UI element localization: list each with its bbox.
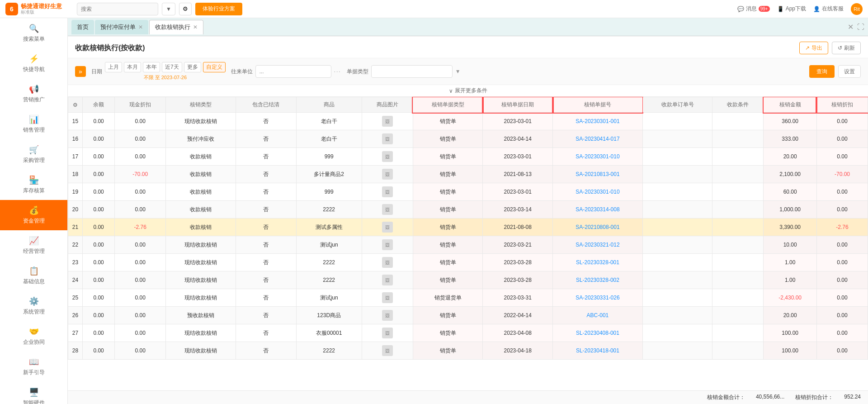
cell-cash-discount: 0.00 (115, 130, 166, 148)
cell-bill-type: 销货单 (413, 271, 483, 289)
tab-prepay[interactable]: 预付冲应付单 ✕ (95, 20, 148, 34)
bill-no-link[interactable]: SA-20210813-001 (576, 171, 619, 177)
bill-no-link[interactable]: SL-20230408-001 (576, 330, 619, 336)
sidebar-item-5[interactable]: 🏪库存核算 (0, 170, 67, 200)
expand-more-button[interactable]: ∨ 展开更多条件 (449, 87, 487, 95)
query-button[interactable]: 查询 (809, 65, 835, 78)
sidebar-item-2[interactable]: 📢营销推广 (0, 79, 67, 109)
tab-collection-close[interactable]: ✕ (193, 24, 198, 30)
cell-goods-img: 🖼 (362, 342, 413, 360)
cell-bill-no: SA-20230414-017 (553, 130, 643, 148)
cell-goods: 多计量商品2 (296, 166, 362, 183)
sidebar-item-10[interactable]: 🤝企业协同 (0, 321, 67, 352)
sidebar-icon-1: ⚡ (29, 54, 39, 64)
online-service-button[interactable]: 👤 在线客服 (813, 5, 844, 13)
bill-type-dropdown-icon[interactable]: ▼ (455, 68, 461, 75)
col-balance: 余额 (83, 97, 115, 113)
sidebar-item-4[interactable]: 🛒采购管理 (0, 139, 67, 170)
date-this-month[interactable]: 本月 (124, 62, 141, 72)
tab-maximize[interactable]: ⛶ (857, 23, 864, 31)
cell-bill-type: 销货单 (413, 183, 483, 201)
refresh-button[interactable]: ↺ 刷新 (832, 42, 861, 54)
date-custom[interactable]: 自定义 (203, 62, 226, 72)
cell-included: 否 (236, 307, 296, 324)
partner-input[interactable] (255, 65, 331, 78)
sidebar-item-3[interactable]: 📊销售管理 (0, 109, 67, 139)
bill-no-link[interactable]: SA-20230414-017 (576, 136, 619, 142)
cell-condition (712, 271, 764, 289)
bill-no-link[interactable]: SA-20230321-012 (576, 242, 619, 248)
cell-goods-img: 🖼 (362, 219, 413, 236)
solution-button[interactable]: 体验行业方案 (195, 3, 242, 15)
tab-collection[interactable]: 收款核销执行 ✕ (149, 20, 203, 34)
sidebar-item-6[interactable]: 💰资金管理 (0, 200, 67, 230)
sidebar-icon-7: 📈 (29, 236, 39, 246)
bill-no-link[interactable]: SA-20230301-010 (576, 153, 619, 160)
cell-discount: 0.00 (816, 324, 868, 342)
sidebar-item-0[interactable]: 🔍搜索菜单 (0, 18, 67, 48)
user-avatar[interactable]: Rit (851, 3, 863, 15)
bill-no-link[interactable]: SA-20230301-010 (576, 189, 619, 195)
message-button[interactable]: 💬 消息 99+ (737, 5, 770, 13)
export-button[interactable]: ↗ 导出 (799, 42, 828, 54)
settings-button[interactable]: 设置 (838, 65, 861, 78)
cell-order-no (642, 130, 712, 148)
date-7days[interactable]: 近7天 (162, 62, 182, 72)
cell-goods: 999 (296, 183, 362, 201)
tab-collection-label: 收款核销执行 (155, 23, 190, 31)
gear-button[interactable]: ⚙ (179, 3, 192, 15)
cell-balance: 0.00 (83, 324, 115, 342)
cell-order-no (642, 307, 712, 324)
dropdown-button[interactable]: ▼ (162, 3, 175, 15)
sidebar-item-9[interactable]: ⚙️系统管理 (0, 291, 67, 321)
cell-goods-img: 🖼 (362, 166, 413, 183)
sidebar-item-8[interactable]: 📋基础信息 (0, 261, 67, 291)
date-last-month[interactable]: 上月 (105, 62, 122, 72)
date-filter-group: 日期 上月 本月 本年 近7天 更多 自定义 不限 至 2023-07-26 (91, 62, 226, 81)
bill-no-link[interactable]: SL-20230328-001 (576, 259, 619, 266)
tab-prepay-label: 预付冲应付单 (100, 23, 136, 31)
cell-balance: 0.00 (83, 271, 115, 289)
tab-home[interactable]: 首页 (71, 20, 94, 34)
cell-balance: 0.00 (83, 342, 115, 360)
table-row: 20 0.00 0.00 收款核销 否 2222 🖼 销货单 2023-03-1… (68, 201, 868, 219)
bill-type-input[interactable] (371, 65, 453, 78)
sidebar-item-7[interactable]: 📈经营管理 (0, 230, 67, 261)
cell-id: 28 (68, 342, 83, 360)
filter-expand-button[interactable]: » (75, 66, 86, 77)
cell-balance: 0.00 (83, 307, 115, 324)
tab-prepay-close[interactable]: ✕ (138, 24, 143, 30)
app-edition: 标准版 (21, 10, 62, 15)
cell-bill-no: SL-20230328-002 (553, 271, 643, 289)
sidebar-item-11[interactable]: 📖新手引导 (0, 352, 67, 382)
bill-no-link[interactable]: SL-20230328-002 (576, 277, 619, 283)
bill-no-link[interactable]: SA-20230331-026 (576, 295, 619, 301)
cell-bill-type: 销货单 (413, 324, 483, 342)
bill-no-link[interactable]: SL-20230418-001 (576, 347, 619, 354)
col-goods: 商品 (296, 97, 362, 113)
page-header-actions: ↗ 导出 ↺ 刷新 (799, 42, 861, 54)
cell-cash-discount: 0.00 (115, 148, 166, 166)
search-input[interactable] (77, 3, 158, 15)
page-header: 收款核销执行(按收款) ↗ 导出 ↺ 刷新 (68, 36, 868, 58)
date-this-year[interactable]: 本年 (143, 62, 160, 72)
bill-no-link[interactable]: SA-20210808-001 (576, 224, 619, 230)
tab-close-window[interactable]: ✕ (848, 23, 854, 31)
content-area: 首页 预付冲应付单 ✕ 收款核销执行 ✕ ✕ ⛶ 收款核销执行(按收款) (68, 18, 868, 404)
service-icon: 👤 (813, 6, 820, 12)
refresh-label: 刷新 (844, 44, 855, 52)
sidebar-item-1[interactable]: ⚡快捷导航 (0, 48, 67, 79)
sidebar-item-12[interactable]: 🖥️智能硬件 (0, 382, 67, 404)
logo-icon: 6 (5, 3, 18, 15)
sidebar-label-5: 库存核算 (23, 187, 45, 195)
bill-no-link[interactable]: ABC-001 (587, 312, 609, 318)
bill-no-link[interactable]: SA-20230314-008 (576, 206, 619, 213)
cell-order-no (642, 166, 712, 183)
date-more[interactable]: 更多 (184, 62, 201, 72)
app-download-button[interactable]: 📱 App下载 (777, 5, 806, 13)
bill-no-link[interactable]: SA-20230301-001 (576, 118, 619, 124)
top-bar: 6 畅捷通谱好生意 标准版 ▼ ⚙ 体验行业方案 💬 消息 99+ 📱 App下… (0, 0, 868, 18)
cell-included: 否 (236, 201, 296, 219)
cell-bill-date: 2023-04-08 (483, 324, 553, 342)
cell-goods: 2222 (296, 342, 362, 360)
